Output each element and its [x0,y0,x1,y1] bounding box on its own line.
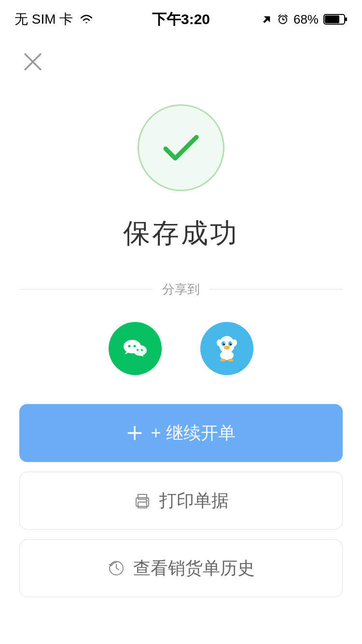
continue-order-button[interactable]: + 继续开单 [19,404,343,462]
status-bar: 无 SIM 卡 下午3:20 68% [0,0,362,39]
close-button-row [19,48,343,75]
battery-percent: 68% [293,12,319,27]
svg-rect-28 [138,502,147,508]
success-title: 保存成功 [123,215,239,252]
alarm-icon [277,14,289,25]
svg-point-20 [231,343,232,344]
status-right: 68% [262,12,348,27]
svg-point-19 [224,343,225,344]
wifi-icon [79,14,94,25]
print-icon [133,491,152,510]
svg-point-22 [220,350,234,360]
action-buttons: + 继续开单 打印单据 查看销货单历史 [19,404,343,597]
svg-point-14 [232,339,237,346]
plus-icon [126,425,143,441]
view-history-button[interactable]: 查看销货单历史 [19,539,343,597]
view-history-label: 查看销货单历史 [133,557,255,580]
sim-status: 无 SIM 卡 [14,10,73,28]
status-time: 下午3:20 [152,10,210,29]
share-icons-row [19,322,343,375]
svg-point-21 [224,346,230,350]
svg-point-24 [228,359,234,362]
svg-point-13 [217,339,222,346]
share-line-right [209,289,343,290]
share-label: 分享到 [162,281,200,298]
history-icon [107,559,125,577]
qq-share-button[interactable] [200,322,253,375]
status-left: 无 SIM 卡 [14,10,94,28]
svg-point-23 [220,359,226,362]
success-circle [138,104,224,191]
qq-icon [211,333,242,364]
svg-point-30 [146,500,148,502]
share-line-left [19,289,153,290]
location-icon [262,14,272,25]
svg-rect-2 [325,15,339,23]
svg-point-8 [128,345,131,348]
checkmark-icon [157,124,205,172]
share-section: 分享到 [19,281,343,375]
wechat-icon [120,333,151,364]
svg-rect-29 [138,494,147,499]
print-receipt-label: 打印单据 [159,489,229,513]
print-receipt-button[interactable]: 打印单据 [19,472,343,530]
close-x-icon [22,51,43,72]
svg-point-11 [141,349,143,351]
main-content: 保存成功 分享到 [0,39,362,616]
close-button[interactable] [19,48,46,75]
continue-order-label: + 继续开单 [151,421,235,445]
svg-rect-3 [345,17,347,21]
svg-point-10 [137,349,139,351]
battery-icon [323,13,348,26]
share-divider-row: 分享到 [19,281,343,298]
wechat-share-button[interactable] [109,322,162,375]
svg-point-9 [134,345,136,348]
